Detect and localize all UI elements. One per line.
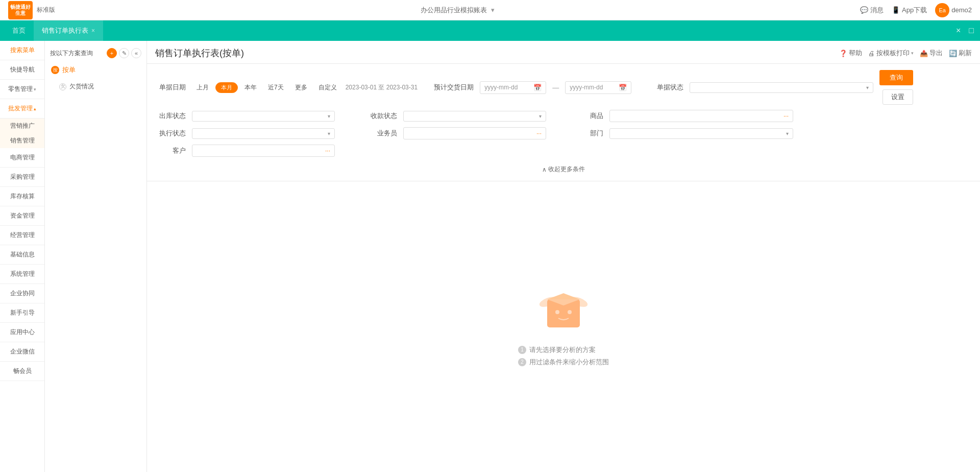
logo-text: 畅捷通好生意 [8, 4, 33, 16]
date-btn-more[interactable]: 更多 [290, 82, 312, 93]
sidebar-retail-label: 零售管理 [8, 85, 33, 93]
exec-status-label: 执行状态 [155, 129, 186, 138]
sidebar-item-newbie[interactable]: 新手引导 [0, 303, 44, 323]
status-select[interactable]: ▾ [690, 82, 873, 93]
customer-input[interactable]: ··· [192, 145, 335, 157]
out-status-select[interactable]: ▾ [192, 111, 335, 122]
sub-item-icon: 欠 [59, 83, 66, 90]
left-panel-icons: + ✎ « [107, 48, 141, 58]
sidebar-item-ops[interactable]: 经营管理 [0, 226, 44, 245]
sidebar-item-wxwork[interactable]: 企业微信 [0, 342, 44, 362]
filter-row-2: 出库状态 ▾ 收款状态 ▾ 商品 ··· [155, 110, 972, 122]
sidebar-wholesale-label: 批发管理 [8, 104, 33, 113]
sidebar-item-wholesale[interactable]: 批发管理 ▴ [0, 99, 44, 119]
page-title: 销售订单执行表(按单) [155, 47, 244, 59]
sidebar-item-inventory[interactable]: 库存核算 [0, 187, 44, 206]
collapse-panel-button[interactable]: « [131, 48, 141, 58]
tab-close-icon[interactable]: × [91, 27, 95, 34]
export-icon: 📤 [920, 50, 928, 57]
tab-sales-order[interactable]: 销售订单执行表 × [34, 20, 103, 41]
add-plan-button[interactable]: + [107, 48, 117, 58]
refresh-label: 刷新 [959, 49, 972, 58]
date-label: 单据日期 [155, 83, 186, 92]
sidebar-item-purchase[interactable]: 采购管理 [0, 168, 44, 187]
expected-date-end[interactable]: yyyy-mm-dd 📅 [565, 81, 631, 94]
user-info[interactable]: Ea demo2 [935, 3, 972, 17]
sidebar-item-retail[interactable]: 零售管理 ▾ [0, 80, 44, 99]
expected-date-start[interactable]: yyyy-mm-dd 📅 [480, 81, 546, 94]
refresh-button[interactable]: 🔄 刷新 [949, 49, 972, 58]
help-button[interactable]: ❓ 帮助 [839, 49, 862, 58]
sidebar-item-search[interactable]: 搜索菜单 [0, 41, 44, 60]
query-button[interactable]: 查询 [879, 70, 913, 85]
sub-icon-text: 欠 [61, 83, 65, 90]
out-status-label: 出库状态 [155, 111, 186, 121]
collapse-label: 收起更多条件 [548, 165, 585, 174]
collapse-button[interactable]: ∧ 收起更多条件 [542, 165, 585, 174]
date-btn-last-month[interactable]: 上月 [192, 82, 213, 93]
sidebar-retail-arrow-icon: ▾ [34, 87, 36, 92]
step1-num: 1 [518, 346, 526, 354]
export-label: 导出 [929, 49, 943, 58]
goods-input[interactable]: ··· [609, 110, 793, 122]
export-button[interactable]: 📤 导出 [920, 49, 943, 58]
app-download-label: App下载 [902, 6, 927, 15]
calendar-start-icon: 📅 [533, 84, 542, 91]
salesperson-input[interactable]: ··· [403, 127, 546, 139]
step1-text: 请先选择要分析的方案 [529, 345, 596, 355]
print-arrow-icon: ▾ [911, 51, 914, 56]
tab-home[interactable]: 首页 [4, 20, 34, 41]
salesperson-dots-icon: ··· [536, 130, 542, 137]
app-title-arrow-icon[interactable]: ▾ [491, 6, 495, 14]
plan-item-by-order[interactable]: 按 按单 [45, 61, 146, 79]
topbar: 畅捷通好生意 标准版 办公用品行业模拟账表 ▾ 💬 消息 📱 App下载 Ea … [0, 0, 980, 20]
print-icon: 🖨 [868, 50, 875, 57]
svg-point-3 [555, 310, 559, 314]
date-btn-custom[interactable]: 自定义 [314, 82, 341, 93]
sidebar-item-system[interactable]: 系统管理 [0, 265, 44, 284]
filter-row-3: 执行状态 ▾ 业务员 ··· 部门 ▾ [155, 127, 972, 139]
collapse-row: ∧ 收起更多条件 [155, 162, 972, 175]
settings-button[interactable]: 设置 [883, 89, 913, 105]
goods-label: 商品 [573, 111, 603, 121]
sidebar-item-quick-nav[interactable]: 快捷导航 [0, 60, 44, 80]
sidebar-item-basic[interactable]: 基础信息 [0, 245, 44, 265]
dept-select[interactable]: ▾ [609, 128, 793, 139]
print-button[interactable]: 🖨 按模板打印 ▾ [868, 49, 914, 58]
sub-item-label: 欠货情况 [69, 82, 94, 91]
sidebar-item-member[interactable]: 畅会员 [0, 362, 44, 381]
topbar-right: 💬 消息 📱 App下载 Ea demo2 [860, 3, 972, 17]
sidebar-sub-sales[interactable]: 销售管理 [0, 133, 44, 148]
date-btn-this-year[interactable]: 本年 [240, 82, 261, 93]
edit-plan-button[interactable]: ✎ [119, 48, 129, 58]
window-minimize-icon[interactable]: × [954, 24, 963, 37]
dept-label: 部门 [573, 129, 603, 138]
empty-step-1: 1 请先选择要分析的方案 [518, 345, 609, 355]
app-download-button[interactable]: 📱 App下载 [892, 6, 927, 15]
right-content: 销售订单执行表(按单) ❓ 帮助 🖨 按模板打印 ▾ 📤 导出 [147, 41, 980, 472]
user-name: demo2 [951, 6, 972, 14]
avatar-text: Ea [939, 7, 946, 13]
main-layout: 搜索菜单 快捷导航 零售管理 ▾ 批发管理 ▴ 营销推广 销售管理 电商管理 采… [0, 41, 980, 472]
sidebar-item-appstore[interactable]: 应用中心 [0, 323, 44, 342]
filter-row-4: 客户 ··· [155, 145, 972, 157]
topbar-center[interactable]: 办公用品行业模拟账表 ▾ [421, 6, 495, 15]
collapse-icon: « [135, 50, 138, 56]
sidebar-item-ecom[interactable]: 电商管理 [0, 148, 44, 168]
collect-status-select[interactable]: ▾ [403, 111, 546, 122]
customer-label: 客户 [155, 146, 186, 155]
plan-item-icon: 按 [51, 66, 59, 74]
window-maximize-icon[interactable]: □ [967, 24, 976, 37]
sidebar-sub-marketing[interactable]: 营销推广 [0, 119, 44, 133]
message-button[interactable]: 💬 消息 [860, 6, 884, 15]
exec-status-select[interactable]: ▾ [192, 128, 335, 139]
date-btn-this-month[interactable]: 本月 [215, 82, 238, 93]
sub-item-backorder[interactable]: 欠 欠货情况 [45, 79, 146, 95]
collapse-up-icon: ∧ [542, 166, 547, 173]
sidebar-item-finance[interactable]: 资金管理 [0, 206, 44, 226]
sidebar-item-collab[interactable]: 企业协同 [0, 284, 44, 303]
empty-state: 1 请先选择要分析的方案 2 用过滤条件来缩小分析范围 [147, 181, 980, 472]
exec-status-chevron-icon: ▾ [328, 131, 330, 136]
date-btn-7days[interactable]: 近7天 [263, 82, 288, 93]
status-chevron-icon: ▾ [866, 85, 869, 90]
